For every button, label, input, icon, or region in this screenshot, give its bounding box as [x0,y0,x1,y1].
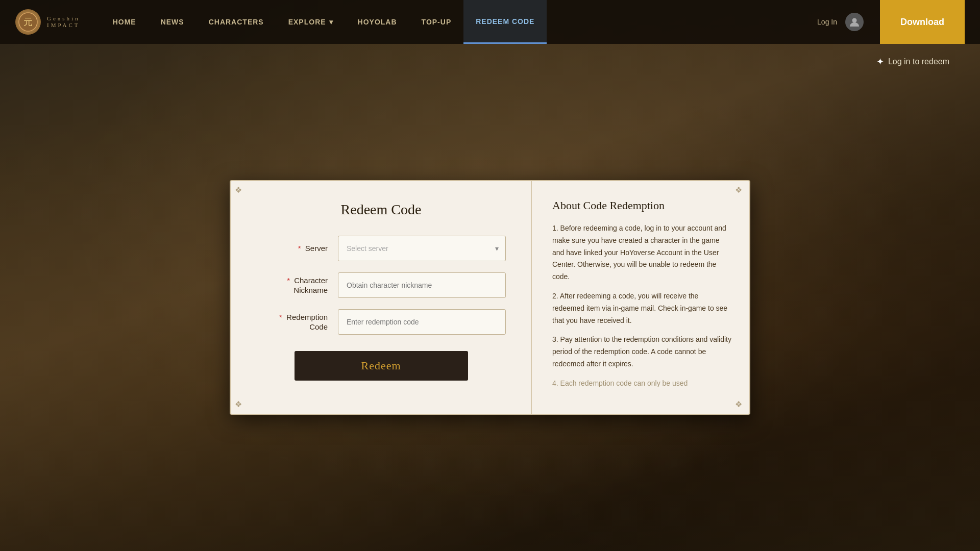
logo[interactable]: 元 Genshin IMPACT [15,9,80,35]
nav-right: Log In Download [817,0,965,44]
required-star-code: * [279,313,282,321]
modal-form-panel: Redeem Code * Server Select server Ameri… [231,181,532,414]
corner-bl: ❖ [235,399,245,410]
nickname-field-row: * CharacterNickname [256,272,506,298]
modal-overlay: ❖ ❖ ❖ ❖ Redeem Code * Server Select serv… [0,44,980,551]
logo-sub: IMPACT [47,22,80,29]
redeem-modal: ❖ ❖ ❖ ❖ Redeem Code * Server Select serv… [230,180,750,415]
nickname-label: * CharacterNickname [256,276,338,295]
info-text: 1. Before redeeming a code, log in to yo… [552,222,731,390]
svg-point-2 [852,18,857,23]
modal-title: Redeem Code [341,202,422,218]
required-star-nickname: * [287,276,290,285]
modal-info-panel: About Code Redemption 1. Before redeemin… [532,181,749,414]
required-star-server: * [298,244,301,253]
logo-icon: 元 [15,9,41,35]
nav-home[interactable]: HOME [101,0,149,44]
login-button[interactable]: Log In [817,18,837,26]
code-field-row: * RedemptionCode [256,309,506,335]
logo-text: Genshin IMPACT [47,15,80,29]
code-input[interactable] [338,309,506,335]
logo-main: Genshin [47,15,80,22]
code-label: * RedemptionCode [256,312,338,332]
server-field-row: * Server Select server America Europe As… [256,236,506,261]
svg-text:元: 元 [23,17,33,27]
server-select-wrapper: Select server America Europe Asia TW/HK/… [338,236,506,261]
nav-explore-label: EXPLORE [288,18,326,26]
navbar: 元 Genshin IMPACT HOME NEWS CHARACTERS EX… [0,0,980,44]
redeem-button[interactable]: Redeem [295,351,468,381]
download-button[interactable]: Download [880,0,965,44]
nav-hoyolab[interactable]: HoYoLAB [346,0,409,44]
nav-links: HOME NEWS CHARACTERS EXPLORE ▾ HoYoLAB T… [101,0,817,44]
info-title: About Code Redemption [552,199,731,212]
server-select[interactable]: Select server America Europe Asia TW/HK/… [338,236,506,261]
server-label: * Server [256,243,338,254]
corner-tl: ❖ [235,185,245,195]
info-paragraph-4: 4. Each redemption code can only be used [552,378,731,390]
info-paragraph-1: 1. Before redeeming a code, log in to yo… [552,222,731,283]
nav-explore[interactable]: EXPLORE ▾ [276,0,346,44]
nickname-input[interactable] [338,272,506,298]
info-paragraph-2: 2. After redeeming a code, you will rece… [552,290,731,327]
user-avatar[interactable] [845,13,864,31]
nav-topup[interactable]: TOP-UP [409,0,464,44]
nav-news[interactable]: NEWS [149,0,197,44]
nav-redeemcode[interactable]: REDEEM CODE [463,0,547,44]
info-paragraph-3: 3. Pay attention to the redemption condi… [552,334,731,370]
chevron-down-icon: ▾ [329,18,333,26]
nav-characters[interactable]: CHARACTERS [197,0,276,44]
